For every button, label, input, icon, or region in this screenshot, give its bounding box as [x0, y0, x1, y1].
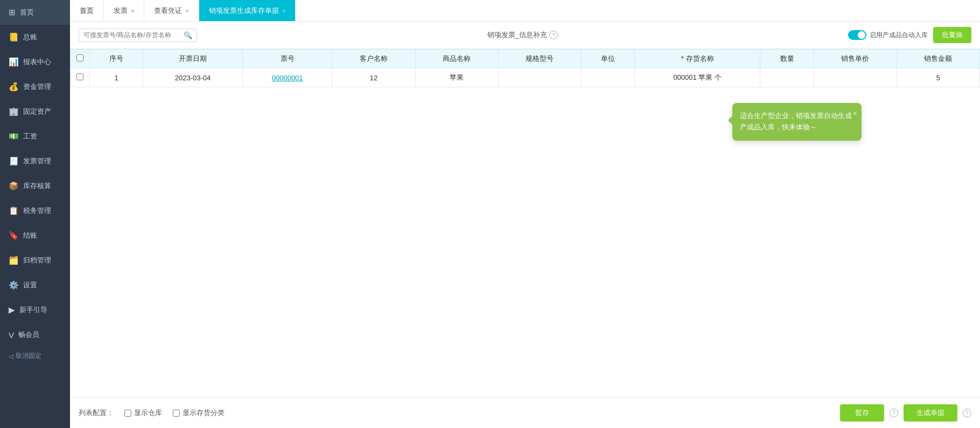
sidebar-item-label: 税务管理: [23, 206, 51, 216]
show-warehouse-checkbox[interactable]: [124, 410, 131, 417]
tooltip-text: 适合生产型企业，销项发票自动生成产成品入库，快来体验～: [740, 112, 852, 131]
toggle-label: 启用产成品自动入库: [870, 31, 928, 40]
toolbar: 🔍 销项发票_信息补充 ? 启用产成品自动入库 批量操: [70, 22, 980, 49]
tab-home[interactable]: 首页: [70, 0, 104, 21]
toolbar-right: 启用产成品自动入库 批量操: [848, 27, 971, 43]
sidebar-item-label: 归档管理: [23, 256, 51, 265]
generate-button[interactable]: 生成单据: [904, 404, 957, 422]
sidebar-item-settlement[interactable]: 🔖 结账: [0, 223, 70, 248]
sidebar-item-archive[interactable]: 🗂️ 归档管理: [0, 248, 70, 273]
bottom-actions: 暂存 ? 生成单据 ?: [840, 404, 971, 422]
sidebar-item-reports[interactable]: 📊 报表中心: [0, 50, 70, 74]
tab-invoice[interactable]: 发票 ×: [104, 0, 144, 21]
search-icon: 🔍: [184, 31, 192, 39]
funds-icon: 💰: [9, 82, 19, 92]
tab-view-voucher[interactable]: 查看凭证 ×: [144, 0, 199, 21]
sidebar-item-payroll[interactable]: 💵 工资: [0, 124, 70, 149]
sidebar-item-label: 工资: [23, 132, 37, 141]
cancel-fixed-icon: ◁: [9, 353, 13, 360]
table-row: 1 2023-03-04 00000001 12 苹果 000001 苹果 个 …: [71, 68, 980, 87]
col-price: 销售单价: [814, 50, 897, 68]
ledger-icon: 📒: [9, 32, 19, 42]
table-header-row: 序号 开票日期 票号 客户名称 商品名称 规格型号 单位 * 存货名称 数量 销…: [71, 50, 980, 68]
inventory-icon: 📦: [9, 181, 19, 191]
bottom-bar: 列表配置： 显示仓库 显示存货分类 暂存 ? 生成单据 ?: [70, 397, 980, 428]
save-help-icon[interactable]: ?: [890, 409, 898, 417]
sidebar-item-inventory[interactable]: 📦 库存核算: [0, 174, 70, 198]
batch-button[interactable]: 批量操: [933, 27, 971, 43]
search-input[interactable]: [83, 31, 184, 39]
sidebar-item-invoice-mgmt[interactable]: 🧾 发票管理: [0, 149, 70, 174]
main-content: 首页 发票 × 查看凭证 × 销项发票生成库存单据 × 🔍 销项发票_信息补充: [70, 0, 980, 428]
sidebar-item-label: 总账: [23, 32, 37, 42]
sidebar-item-fixed-assets[interactable]: 🏢 固定资产: [0, 99, 70, 124]
tab-invoice-label: 发票: [114, 6, 128, 16]
sidebar-item-settings[interactable]: ⚙️ 设置: [0, 273, 70, 298]
page-body: 🔍 销项发票_信息补充 ? 启用产成品自动入库 批量操: [70, 22, 980, 428]
sidebar-item-label: 发票管理: [23, 156, 51, 166]
generate-help-icon[interactable]: ?: [963, 409, 971, 417]
table-wrap: 序号 开票日期 票号 客户名称 商品名称 规格型号 单位 * 存货名称 数量 销…: [70, 49, 980, 397]
col-date: 开票日期: [143, 50, 243, 68]
sidebar-item-funds[interactable]: 💰 资金管理: [0, 74, 70, 99]
cancel-fixed-button[interactable]: ◁ 取消固定: [0, 347, 70, 365]
tab-create-inventory-label: 销项发票生成库存单据: [209, 6, 279, 16]
sidebar-item-vip[interactable]: V 畅会员: [0, 322, 70, 347]
row-customer: 12: [332, 68, 415, 87]
col-inventory-name: * 存货名称: [634, 50, 760, 68]
search-input-wrap: 🔍: [79, 29, 197, 42]
row-checkbox[interactable]: [76, 73, 83, 80]
guide-icon: ▶: [9, 305, 15, 315]
sidebar-item-label: 畅会员: [18, 330, 39, 340]
tab-create-inventory-close[interactable]: ×: [282, 8, 285, 14]
show-inventory-category-label[interactable]: 显示存货分类: [173, 408, 225, 418]
sidebar-item-label: 设置: [23, 280, 37, 290]
col-ticket-no: 票号: [242, 50, 332, 68]
row-price: [814, 68, 897, 87]
col-qty: 数量: [760, 50, 814, 68]
sidebar-item-label: 新手引导: [19, 305, 47, 315]
sidebar-item-label: 报表中心: [23, 57, 51, 67]
show-warehouse-text: 显示仓库: [134, 408, 162, 418]
settings-icon: ⚙️: [9, 280, 19, 290]
toolbar-left: 🔍: [79, 29, 197, 42]
fixed-assets-icon: 🏢: [9, 107, 19, 116]
col-customer: 客户名称: [332, 50, 415, 68]
settlement-icon: 🔖: [9, 231, 19, 240]
sidebar-item-label: 结账: [23, 231, 37, 240]
sidebar-item-home[interactable]: ⊞ 首页: [0, 0, 70, 25]
ticket-no-link[interactable]: 00000001: [272, 74, 303, 82]
col-amount: 销售金额: [897, 50, 979, 68]
col-spec: 规格型号: [498, 50, 581, 68]
row-product-name: 苹果: [415, 68, 498, 87]
cancel-fixed-label: 取消固定: [16, 351, 41, 361]
show-warehouse-label[interactable]: 显示仓库: [124, 408, 162, 418]
main-table: 序号 开票日期 票号 客户名称 商品名称 规格型号 单位 * 存货名称 数量 销…: [70, 49, 980, 87]
tooltip-close-button[interactable]: ×: [853, 107, 857, 119]
tab-view-voucher-close[interactable]: ×: [185, 8, 188, 14]
col-seq: 序号: [90, 50, 143, 68]
col-product-name: 商品名称: [415, 50, 498, 68]
tab-bar: 首页 发票 × 查看凭证 × 销项发票生成库存单据 ×: [70, 0, 980, 22]
auto-warehouse-toggle[interactable]: [848, 30, 866, 40]
select-all-checkbox[interactable]: [76, 54, 83, 61]
sidebar-item-ledger[interactable]: 📒 总账: [0, 25, 70, 50]
row-unit: [581, 68, 634, 87]
col-checkbox: [71, 50, 90, 68]
info-help-icon[interactable]: ?: [549, 31, 558, 39]
sidebar-item-guide[interactable]: ▶ 新手引导: [0, 298, 70, 322]
vip-icon: V: [9, 330, 14, 340]
sidebar-item-tax[interactable]: 📋 税务管理: [0, 198, 70, 223]
tax-icon: 📋: [9, 206, 19, 216]
row-checkbox-cell: [71, 68, 90, 87]
tab-invoice-close[interactable]: ×: [131, 8, 134, 14]
row-inventory-name: 000001 苹果 个: [634, 68, 760, 87]
tab-create-inventory[interactable]: 销项发票生成库存单据 ×: [199, 0, 296, 21]
show-inventory-category-text: 显示存货分类: [183, 408, 225, 418]
sidebar-item-label: 资金管理: [23, 82, 51, 92]
sidebar-item-label: 首页: [20, 8, 34, 17]
show-inventory-category-checkbox[interactable]: [173, 410, 180, 417]
row-date: 2023-03-04: [143, 68, 243, 87]
row-ticket-no: 00000001: [242, 68, 332, 87]
save-button[interactable]: 暂存: [840, 404, 884, 422]
